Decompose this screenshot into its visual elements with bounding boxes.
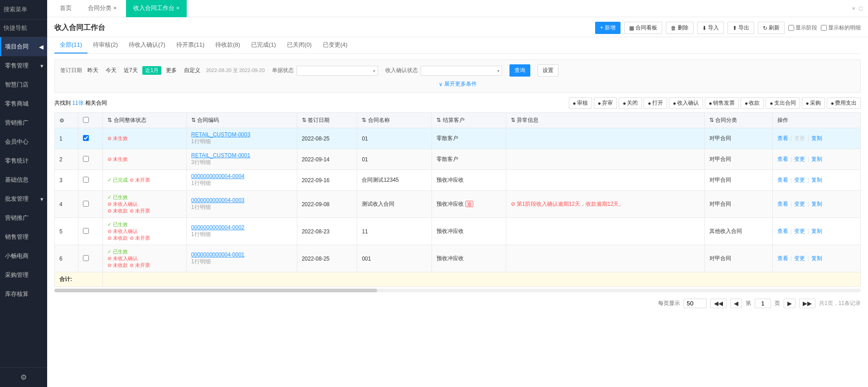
sidebar-item-member[interactable]: 会员中心 [0, 132, 47, 151]
tab-home[interactable]: 首页 [53, 0, 79, 17]
filter-tab-pending-invoice[interactable]: 待开票(11) [171, 37, 210, 53]
new-button[interactable]: + 新增 [595, 22, 621, 34]
sidebar-item-retail-stats[interactable]: 零售统计 [0, 151, 47, 170]
sidebar-item-smart-store[interactable]: 智慧门店 [0, 75, 47, 94]
import-button[interactable]: ⬇ 导入 [697, 22, 724, 34]
window-max-btn[interactable]: □ [859, 5, 863, 12]
edit-link[interactable]: 变更 [794, 255, 805, 261]
tab-income-contract[interactable]: 收入合同工作台 × [126, 0, 187, 17]
copy-link[interactable]: 复制 [811, 135, 822, 141]
copy-link[interactable]: 复制 [811, 228, 822, 234]
tab-close-icon[interactable]: × [176, 5, 180, 11]
sidebar-item-base-info[interactable]: 基础信息 [0, 170, 47, 189]
settings-icon[interactable]: ⚙ [0, 367, 47, 387]
sidebar-item-inventory[interactable]: 库存核算 [0, 285, 47, 304]
sidebar-item-project[interactable]: 项目合同 ◀ [0, 37, 47, 56]
row-checkbox[interactable] [78, 191, 103, 218]
contract-code-link[interactable]: 0000000000004-0004 [191, 173, 244, 179]
delete-button[interactable]: 🗑 删除 [666, 22, 693, 34]
page-input[interactable] [755, 299, 771, 308]
first-page-btn[interactable]: ◀◀ [710, 299, 727, 308]
filter-tab-all[interactable]: 全部(11) [54, 37, 87, 53]
show-stage-checkbox[interactable] [788, 25, 794, 31]
edit-link[interactable]: 变更 [794, 156, 805, 162]
show-stage-checkbox-label[interactable]: 显示阶段 [788, 24, 817, 32]
contract-code-link[interactable]: 0000000000004-0001 [191, 252, 244, 258]
view-link[interactable]: 查看 [777, 201, 788, 207]
purchase-action-btn[interactable]: ● 采购 [802, 97, 825, 109]
sidebar-item-retail-mall[interactable]: 零售商城 [0, 94, 47, 113]
review-action-btn[interactable]: ● 审核 [569, 97, 592, 109]
contract-code-link[interactable]: 0000000000004-0002 [191, 224, 244, 231]
sales-invoice-action-btn[interactable]: ● 销售发票 [705, 97, 739, 109]
row-checkbox[interactable] [78, 245, 103, 272]
view-link[interactable]: 查看 [777, 156, 788, 162]
contract-code-link[interactable]: RETAIL_CUSTOM-0003 [191, 131, 250, 138]
sidebar-item-purchase[interactable]: 采购管理 [0, 266, 47, 285]
sidebar-item-marketing[interactable]: 营销推广 [0, 113, 47, 132]
filter-tab-pending-collect[interactable]: 待收款(8) [210, 37, 246, 53]
close-action-btn[interactable]: ● 关闭 [619, 97, 642, 109]
sidebar-item-sales-mgmt[interactable]: 销售管理 [0, 227, 47, 247]
sidebar-item-retail-mgmt[interactable]: 零售管理 ▾ [0, 56, 47, 75]
sidebar-item-wholesale-mgmt[interactable]: 批发管理 ▾ [0, 189, 47, 208]
last-page-btn[interactable]: ▶▶ [799, 299, 815, 308]
settings-button[interactable]: 设置 [538, 64, 558, 77]
edit-link[interactable]: 变更 [794, 177, 805, 183]
income-confirm-select[interactable] [421, 66, 502, 76]
tab-contract-category[interactable]: 合同分类 × [81, 0, 124, 17]
date-opt-yesterday[interactable]: 昨天 [85, 66, 101, 75]
edit-link[interactable]: 变更 [794, 135, 805, 141]
horizontal-scrollbar[interactable] [54, 289, 861, 292]
per-page-select[interactable]: 50 100 [684, 299, 707, 308]
row-checkbox[interactable] [78, 149, 103, 170]
sidebar-item-marketing2[interactable]: 营销推广 [0, 208, 47, 227]
spend-contract-action-btn[interactable]: ● 支出合同 [766, 97, 800, 109]
doc-status-select[interactable] [296, 66, 378, 76]
query-button[interactable]: 查询 [509, 64, 530, 77]
income-confirm-action-btn[interactable]: ● 收入确认 [669, 97, 703, 109]
row-checkbox[interactable] [78, 128, 103, 149]
view-link[interactable]: 查看 [777, 255, 788, 261]
filter-tab-pending-income-confirm[interactable]: 待收入确认(7) [123, 37, 171, 53]
window-close-btn[interactable]: × [852, 5, 856, 12]
copy-link[interactable]: 复制 [811, 156, 822, 162]
refresh-button[interactable]: ↻ 刷新 [758, 22, 785, 34]
edit-link[interactable]: 变更 [794, 228, 805, 234]
filter-tab-closed[interactable]: 已关闭(0) [281, 37, 317, 53]
abandon-action-btn[interactable]: ● 弃审 [594, 97, 617, 109]
copy-link[interactable]: 复制 [811, 201, 822, 207]
open-action-btn[interactable]: ● 打开 [644, 97, 667, 109]
expand-filter-btn[interactable]: ∨ 展开更多条件 [439, 80, 477, 88]
export-button[interactable]: ⬆ 导出 [727, 22, 754, 34]
show-detail-checkbox[interactable] [821, 25, 827, 31]
copy-link[interactable]: 复制 [811, 177, 822, 183]
date-opt-custom[interactable]: 自定义 [181, 66, 203, 75]
date-opt-more[interactable]: 更多 [163, 66, 179, 75]
tab-close-icon[interactable]: × [113, 5, 117, 11]
col-settings[interactable]: ⚙ [55, 113, 78, 128]
contract-board-button[interactable]: ▦ 合同看板 [624, 22, 662, 34]
date-opt-last1month[interactable]: 近1月 [142, 66, 162, 75]
sidebar-nav[interactable]: 快捷导航 [0, 19, 47, 37]
view-link[interactable]: 查看 [777, 135, 788, 141]
expense-out-action-btn[interactable]: ● 费用支出 [827, 97, 861, 109]
copy-link[interactable]: 复制 [811, 255, 822, 261]
next-page-btn[interactable]: ▶ [784, 299, 795, 308]
sidebar-item-ecommerce[interactable]: 小畅电商 [0, 247, 47, 266]
scrollbar-thumb[interactable] [54, 289, 377, 292]
contract-code-link[interactable]: RETAIL_CUSTOM-0001 [191, 152, 250, 159]
row-checkbox[interactable] [78, 218, 103, 245]
row-checkbox[interactable] [78, 170, 103, 191]
show-detail-checkbox-label[interactable]: 显示标的明细 [821, 24, 861, 32]
contract-code-link[interactable]: 0000000000004-0003 [191, 197, 244, 203]
filter-tab-changed[interactable]: 已变更(4) [317, 37, 353, 53]
sidebar-search[interactable]: 搜索菜单 [0, 0, 47, 19]
date-opt-today[interactable]: 今天 [103, 66, 119, 75]
select-all-checkbox[interactable] [83, 117, 89, 123]
edit-link[interactable]: 变更 [794, 201, 805, 207]
date-opt-last7days[interactable]: 近7天 [121, 66, 141, 75]
collect-action-btn[interactable]: ● 收款 [741, 97, 764, 109]
filter-tab-pending-review[interactable]: 待审核(2) [87, 37, 123, 53]
prev-page-btn[interactable]: ◀ [730, 299, 742, 308]
